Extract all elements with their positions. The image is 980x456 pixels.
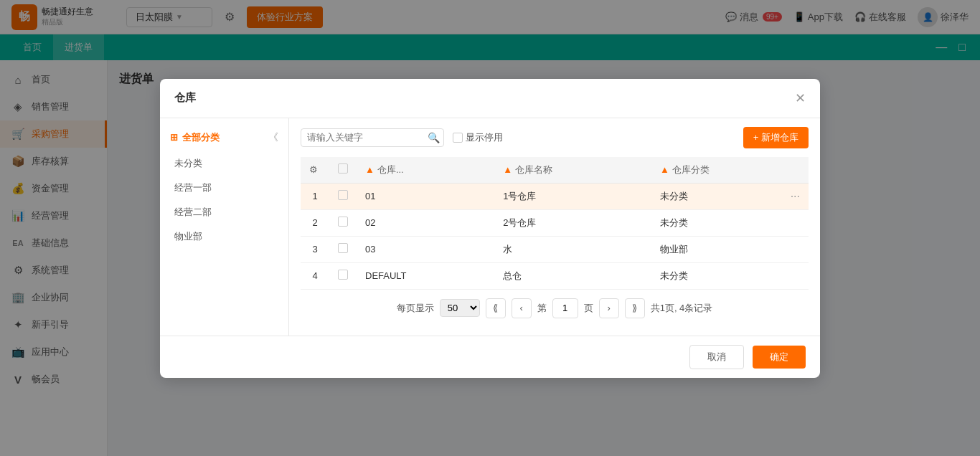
row-name: 2号仓库 — [494, 209, 651, 236]
category-all-label: 全部分类 — [182, 131, 220, 144]
col-category-label: 仓库分类 — [672, 163, 710, 176]
warehouse-table: ⚙ ▲ 仓库... — [301, 157, 809, 290]
total-label: 共1页, 4条记录 — [651, 302, 713, 315]
row-code: DEFAULT — [357, 262, 494, 289]
next-page-button[interactable]: › — [599, 298, 619, 318]
col-code-label: 仓库... — [377, 163, 404, 176]
per-page-select[interactable]: 50 100 — [440, 299, 480, 317]
col-checkbox — [329, 157, 357, 184]
row-category: 未分类 ··· — [651, 183, 809, 209]
table-toolbar: 🔍 显示停用 + 新增仓库 — [301, 127, 809, 148]
page-input[interactable] — [552, 298, 578, 318]
show-disabled-label[interactable]: 显示停用 — [453, 131, 503, 144]
col-name-label: 仓库名称 — [515, 163, 552, 176]
category-item-property[interactable]: 物业部 — [160, 224, 288, 249]
row-code: 03 — [357, 236, 494, 262]
search-icon: 🔍 — [428, 132, 440, 143]
col-code-sort-icon: ▲ — [365, 164, 374, 175]
pagination: 每页显示 50 100 ⟪ ‹ 第 页 › ⟫ 共1页, 4条记录 — [301, 290, 809, 327]
page-unit: 页 — [584, 302, 593, 315]
page-label: 第 — [537, 302, 547, 315]
row-checkbox[interactable] — [329, 236, 357, 262]
table-row[interactable]: 3 03 水 物业部 — [301, 236, 809, 262]
category-header: ⊞ 全部分类 《 — [160, 127, 288, 151]
cancel-button[interactable]: 取消 — [689, 345, 744, 369]
select-all-checkbox[interactable] — [338, 163, 348, 174]
per-page-label: 每页显示 — [397, 302, 434, 315]
add-warehouse-button[interactable]: + 新增仓库 — [743, 127, 809, 148]
col-code-header: ▲ 仓库... — [357, 157, 494, 184]
col-gear: ⚙ — [301, 157, 329, 184]
search-input[interactable] — [307, 132, 428, 143]
row-category: 未分类 — [651, 262, 809, 289]
row-num: 1 — [301, 183, 329, 209]
last-page-button[interactable]: ⟫ — [625, 298, 645, 318]
table-wrapper: ⚙ ▲ 仓库... — [301, 157, 809, 290]
row-category: 未分类 — [651, 209, 809, 236]
search-input-wrap: 🔍 — [301, 128, 444, 147]
table-head: ⚙ ▲ 仓库... — [301, 157, 809, 184]
confirm-button[interactable]: 确定 — [753, 346, 806, 369]
more-button[interactable]: ··· — [791, 190, 800, 203]
row-code: 02 — [357, 209, 494, 236]
row-code: 01 — [357, 183, 494, 209]
row-checkbox[interactable] — [329, 183, 357, 209]
col-category-sort-icon: ▲ — [660, 164, 669, 175]
collapse-button[interactable]: 《 — [268, 131, 278, 144]
col-category-header: ▲ 仓库分类 — [651, 157, 809, 184]
table-row[interactable]: 1 01 1号仓库 未分类 ··· — [301, 183, 809, 209]
modal-overlay: 仓库 ✕ ⊞ 全部分类 《 未分类 经营一部 经营二部 物业部 — [0, 0, 980, 456]
show-disabled-checkbox[interactable] — [453, 133, 463, 143]
row-name: 水 — [494, 236, 651, 262]
first-page-button[interactable]: ⟪ — [486, 298, 506, 318]
prev-page-button[interactable]: ‹ — [512, 298, 532, 318]
grid-icon: ⊞ — [170, 132, 178, 143]
category-panel: ⊞ 全部分类 《 未分类 经营一部 经营二部 物业部 — [160, 118, 289, 336]
col-name-sort-icon: ▲ — [503, 164, 512, 175]
table-body: 1 01 1号仓库 未分类 ··· 2 02 2号仓库 — [301, 183, 809, 289]
table-row[interactable]: 4 DEFAULT 总仓 未分类 — [301, 262, 809, 289]
col-name-header: ▲ 仓库名称 — [494, 157, 651, 184]
modal-title: 仓库 — [174, 91, 196, 105]
row-checkbox[interactable] — [329, 209, 357, 236]
row-name: 1号仓库 — [494, 183, 651, 209]
modal-body: ⊞ 全部分类 《 未分类 经营一部 经营二部 物业部 🔍 — [160, 118, 820, 336]
row-num: 2 — [301, 209, 329, 236]
modal-close-button[interactable]: ✕ — [795, 90, 806, 106]
category-item-unclassified[interactable]: 未分类 — [160, 151, 288, 176]
category-item-operations2[interactable]: 经营二部 — [160, 200, 288, 224]
category-all[interactable]: ⊞ 全部分类 — [170, 131, 220, 144]
warehouse-modal: 仓库 ✕ ⊞ 全部分类 《 未分类 经营一部 经营二部 物业部 — [160, 79, 820, 378]
row-category: 物业部 — [651, 236, 809, 262]
category-item-operations1[interactable]: 经营一部 — [160, 176, 288, 200]
modal-footer: 取消 确定 — [160, 336, 820, 378]
table-row[interactable]: 2 02 2号仓库 未分类 — [301, 209, 809, 236]
row-name: 总仓 — [494, 262, 651, 289]
modal-header: 仓库 ✕ — [160, 79, 820, 118]
row-checkbox[interactable] — [329, 262, 357, 289]
table-panel: 🔍 显示停用 + 新增仓库 ⚙ — [289, 118, 820, 336]
row-num: 3 — [301, 236, 329, 262]
row-num: 4 — [301, 262, 329, 289]
